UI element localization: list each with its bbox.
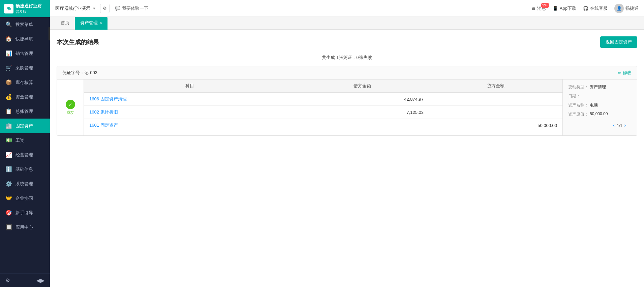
tab-asset-management[interactable]: 资产管理× — [75, 17, 108, 30]
logo-title: 畅捷通好业财 — [16, 3, 42, 9]
experience-button[interactable]: 💬 我要体验一下 — [115, 5, 148, 11]
sidebar-item-label-funds: 资金管理 — [16, 94, 33, 100]
sidebar-item-label-enterprise: 企业协同 — [16, 195, 33, 201]
table-row: 1602 累计折旧 7,125.03 — [84, 106, 562, 119]
settings-gear-icon: ⚙ — [103, 6, 107, 11]
online-service-label: 在线客服 — [590, 5, 608, 11]
sidebar-item-label-guide: 新手引导 — [16, 210, 33, 216]
voucher-table-body: 1606 固定资产清理 42,874.97 1602 累计折旧 7,125.03… — [84, 93, 562, 132]
sidebar-footer: ⚙ ◀▶ — [0, 274, 50, 287]
asset-name-value: 电脑 — [590, 102, 598, 108]
page-title: 本次生成的结果 — [57, 38, 99, 46]
pagination: < 1/1 > — [568, 121, 632, 131]
row-debit — [296, 119, 429, 132]
row-subject: 1602 累计折旧 — [84, 106, 296, 119]
edit-button[interactable]: ✏ 修改 — [618, 70, 632, 76]
topbar: 医疗器械行业演示 ▼ ⚙ 💬 我要体验一下 🖥 消息 99+ 📱 App下载 🎧… — [50, 0, 644, 17]
page-header: 本次生成的结果 返回固定资产 — [57, 36, 637, 48]
table-row: 1601 固定资产 50,000.00 — [84, 119, 562, 132]
sidebar-item-apps[interactable]: 🔲 应用中心 — [0, 220, 50, 234]
sidebar-item-search[interactable]: 🔍 搜索菜单 — [0, 17, 50, 32]
col-credit: 贷方金额 — [429, 79, 562, 93]
app-download-button[interactable]: 📱 App下载 — [553, 5, 576, 11]
sidebar-item-label-system: 系统管理 — [16, 181, 33, 187]
asset-name-label: 资产名称： — [568, 102, 588, 108]
payroll-icon: 💵 — [5, 137, 12, 144]
tabbar: 首页资产管理× — [50, 17, 644, 30]
return-button[interactable]: 返回固定资产 — [600, 36, 637, 48]
sidebar-item-basic-info[interactable]: ℹ️ 基础信息 — [0, 162, 50, 177]
main-area: 医疗器械行业演示 ▼ ⚙ 💬 我要体验一下 🖥 消息 99+ 📱 App下载 🎧… — [50, 0, 644, 287]
inventory-icon: 📦 — [5, 79, 12, 86]
sidebar-item-label-inventory: 库存核算 — [16, 79, 33, 86]
original-value-label: 资产原值： — [568, 111, 588, 117]
date-label: 日期： — [568, 93, 580, 99]
sidebar-item-quick-nav[interactable]: 🏠 快捷导航 — [0, 32, 50, 46]
voucher-status-col: ✓ 成功 — [57, 79, 84, 135]
guide-icon: 🎯 — [5, 210, 12, 216]
tab-label-home: 首页 — [61, 20, 69, 26]
page-info: 1/1 — [617, 123, 622, 128]
basic-info-icon: ℹ️ — [5, 166, 12, 172]
service-icon: 🎧 — [583, 6, 588, 11]
operations-icon: 📈 — [5, 152, 12, 158]
sidebar-item-fixed-assets[interactable]: 🏢 固定资产 — [0, 119, 50, 133]
quick-nav-icon: 🏠 — [5, 36, 12, 42]
voucher-header: 凭证字号：记-003 ✏ 修改 — [57, 66, 637, 79]
edit-icon: ✏ — [618, 70, 621, 75]
sidebar-item-label-payroll: 工资 — [16, 137, 24, 144]
topbar-actions: 🖥 消息 99+ 📱 App下载 🎧 在线客服 👤 畅捷通 — [531, 4, 639, 13]
row-subject: 1606 固定资产清理 — [84, 93, 296, 106]
purchase-icon: 🛒 — [5, 65, 12, 71]
row-debit: 42,874.97 — [296, 93, 429, 106]
row-credit — [429, 93, 562, 106]
sidebar-item-system[interactable]: ⚙️ 系统管理 — [0, 177, 50, 191]
next-page[interactable]: > — [624, 123, 626, 128]
sidebar-item-enterprise[interactable]: 🤝 企业协同 — [0, 191, 50, 205]
settings-icon[interactable]: ⚙ — [5, 277, 10, 284]
funds-icon: 💰 — [5, 94, 12, 100]
settings-button[interactable]: ⚙ — [100, 4, 110, 13]
tab-close-asset-management[interactable]: × — [100, 21, 102, 25]
sidebar-item-guide[interactable]: 🎯 新手引导 — [0, 205, 50, 220]
company-selector[interactable]: 医疗器械行业演示 ▼ — [55, 5, 96, 11]
logo-icon: 畅 — [4, 4, 13, 13]
asset-name-row: 资产名称： 电脑 — [568, 102, 632, 108]
voucher-table: 科目 借方金额 贷方金额 1606 固定资产清理 42,874.97 1602 … — [84, 79, 562, 132]
change-type-row: 变动类型： 资产清理 — [568, 84, 632, 90]
prev-page[interactable]: < — [613, 123, 615, 128]
sidebar-item-label-quick-nav: 快捷导航 — [16, 36, 33, 42]
user-profile-button[interactable]: 👤 畅捷通 — [614, 4, 639, 13]
logo-subtitle: 普及版 — [16, 9, 42, 14]
table-row: 1606 固定资产清理 42,874.97 — [84, 93, 562, 106]
search-icon: 🔍 — [5, 21, 12, 28]
online-service-button[interactable]: 🎧 在线客服 — [583, 5, 608, 11]
company-dropdown-icon: ▼ — [92, 6, 96, 10]
enterprise-icon: 🤝 — [5, 195, 12, 201]
col-debit: 借方金额 — [296, 79, 429, 93]
sidebar-item-ledger[interactable]: 📋 总账管理 — [0, 104, 50, 119]
tab-label-asset-management: 资产管理 — [80, 20, 98, 26]
sidebar-item-label-apps: 应用中心 — [16, 224, 33, 230]
messages-icon: 🖥 — [531, 6, 535, 11]
sidebar-nav: 🔍 搜索菜单 🏠 快捷导航 📊 销售管理 🛒 采购管理 📦 库存核算 💰 资金管… — [0, 17, 50, 274]
voucher-table-wrapper: 科目 借方金额 贷方金额 1606 固定资产清理 42,874.97 1602 … — [84, 79, 563, 135]
tab-home[interactable]: 首页 — [55, 17, 75, 30]
messages-button[interactable]: 🖥 消息 99+ — [531, 5, 546, 11]
voucher-body: ✓ 成功 科目 借方金额 贷方金额 — [57, 79, 637, 135]
sidebar-item-operations[interactable]: 📈 经营管理 — [0, 148, 50, 162]
sidebar-item-sales[interactable]: 📊 销售管理 — [0, 46, 50, 61]
sidebar-item-label-sales: 销售管理 — [16, 51, 33, 57]
messages-badge: 99+ — [541, 3, 549, 8]
row-credit: 50,000.00 — [429, 119, 562, 132]
experience-chat-icon: 💬 — [115, 6, 120, 11]
row-credit — [429, 106, 562, 119]
username: 畅捷通 — [625, 5, 639, 11]
sidebar-item-purchase[interactable]: 🛒 采购管理 — [0, 61, 50, 75]
experience-label: 我要体验一下 — [122, 5, 148, 11]
sidebar-item-funds[interactable]: 💰 资金管理 — [0, 90, 50, 104]
collapse-icon[interactable]: ◀▶ — [36, 277, 44, 284]
date-row: 日期： — [568, 93, 632, 99]
sidebar-item-inventory[interactable]: 📦 库存核算 — [0, 75, 50, 90]
sidebar-item-payroll[interactable]: 💵 工资 — [0, 133, 50, 148]
